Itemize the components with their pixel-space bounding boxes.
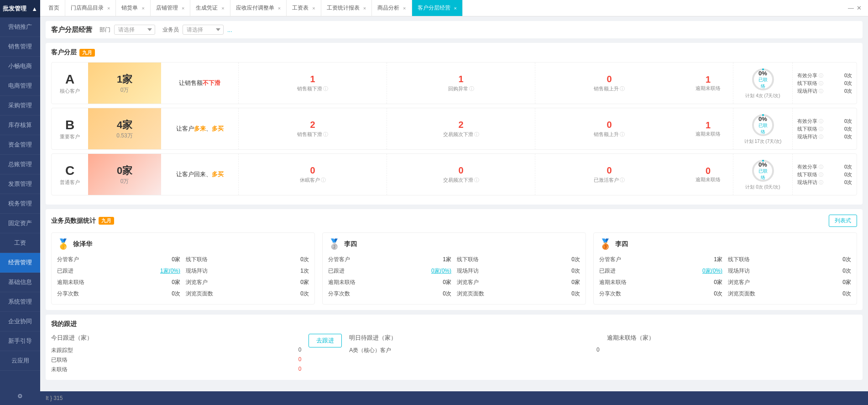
sidebar-footer-settings[interactable]: ⚙ xyxy=(0,387,40,405)
info-icon[interactable]: ⓘ xyxy=(620,85,625,92)
info-icon-sm[interactable]: ⓘ xyxy=(819,119,823,124)
staff-stat-label: 逾期未联络 xyxy=(599,279,627,286)
info-icon-sm[interactable]: ⓘ xyxy=(819,81,823,86)
sidebar-item-库存核算[interactable]: 库存核算 xyxy=(0,116,40,135)
info-icon[interactable]: ⓘ xyxy=(620,177,625,184)
info-icon-sm[interactable]: ⓘ xyxy=(819,134,823,139)
info-icon-sm[interactable]: ⓘ xyxy=(819,180,823,185)
info-icon[interactable]: ⓘ xyxy=(469,85,474,92)
overdue-col-title: 逾期未联络（家） xyxy=(607,334,857,342)
sidebar-item-经营管理[interactable]: 经营管理 xyxy=(0,253,40,273)
staff-stat-label: 分管客户 xyxy=(599,256,621,263)
biz-title: 业务员数据统计 九月 xyxy=(51,217,114,225)
tab-close-工资统计报表[interactable]: × xyxy=(363,5,366,11)
staff-stat-分享次数: 分享次数0次 xyxy=(599,289,722,299)
info-icon-sm[interactable]: ⓘ xyxy=(819,164,823,169)
staff-stat-val[interactable]: 1家(0%) xyxy=(160,267,180,275)
info-icon[interactable]: ⓘ xyxy=(323,131,328,138)
sidebar-item-资金管理[interactable]: 资金管理 xyxy=(0,135,40,155)
tab-close-客户分层经营[interactable]: × xyxy=(454,5,457,11)
tier-label-A: A核心客户 xyxy=(52,63,88,104)
dept-select[interactable]: 请选择 xyxy=(114,25,155,35)
sidebar-item-税务管理[interactable]: 税务管理 xyxy=(0,194,40,214)
sidebar-item-发票管理[interactable]: 发票管理 xyxy=(0,174,40,194)
info-icon[interactable]: ⓘ xyxy=(321,177,326,184)
window-minimize-icon[interactable]: — xyxy=(848,5,854,11)
tab-工资统计报表[interactable]: 工资统计报表× xyxy=(321,0,372,16)
info-icon[interactable]: ⓘ xyxy=(620,131,625,138)
tab-首页[interactable]: 首页 xyxy=(43,0,65,16)
tier-right-stats-B: 有效分享 ⓘ0次线下联络 ⓘ0次现场拜访 ⓘ0次 xyxy=(793,108,857,149)
tab-客户分层经营[interactable]: 客户分层经营× xyxy=(412,0,463,16)
tab-close-生成凭证[interactable]: × xyxy=(221,5,224,11)
tab-销货单[interactable]: 销货单× xyxy=(116,0,150,16)
staff-card-李四-2: 🥉李四分管客户1家线下联络0次已跟进0家(0%)现场拜访0次逾期未联络0家浏览客… xyxy=(593,232,857,305)
tab-生成凭证[interactable]: 生成凭证× xyxy=(190,0,230,16)
sidebar-item-工资[interactable]: 工资 xyxy=(0,233,40,253)
tab-close-工资表[interactable]: × xyxy=(312,5,315,11)
staff-card-李四-1: 🥈李四分管客户1家线下联络0次已跟进0家(0%)现场拜访0次逾期未联络0家浏览客… xyxy=(322,232,586,305)
sidebar-item-总账管理[interactable]: 总账管理 xyxy=(0,155,40,174)
tab-close-销货单[interactable]: × xyxy=(141,5,144,11)
staff-stat-val[interactable]: 0家(0%) xyxy=(431,267,451,275)
settings-icon: ⚙ xyxy=(17,393,23,400)
sidebar-item-系统管理[interactable]: 系统管理 xyxy=(0,292,40,312)
tab-bar-actions[interactable]: — ✕ xyxy=(844,5,865,11)
sidebar-item-销售管理[interactable]: 销售管理 xyxy=(0,37,40,57)
staff-stat-val[interactable]: 0家(0%) xyxy=(702,267,722,275)
window-close-icon[interactable]: ✕ xyxy=(857,5,862,11)
go-followup-btn[interactable]: 去跟进 xyxy=(309,334,342,347)
tomorrow-col-title: 明日待跟进（家） xyxy=(349,334,599,342)
tab-close-店铺管理[interactable]: × xyxy=(182,5,184,11)
info-icon[interactable]: ⓘ xyxy=(474,177,479,184)
sidebar-item-小畅电商[interactable]: 小畅电商 xyxy=(0,57,40,76)
tab-商品分析[interactable]: 商品分析× xyxy=(372,0,412,16)
info-icon-sm[interactable]: ⓘ xyxy=(819,73,823,78)
dept-filter: 部门 请选择 xyxy=(99,25,155,35)
staff-stat-分享次数: 分享次数0次 xyxy=(57,289,180,299)
tab-店铺管理[interactable]: 店铺管理× xyxy=(151,0,190,16)
staff-stat-val: 0次 xyxy=(300,256,309,263)
tier-name-B: 重要客户 xyxy=(60,133,80,140)
info-icon[interactable]: ⓘ xyxy=(474,131,479,138)
info-icon-sm[interactable]: ⓘ xyxy=(819,172,823,177)
right-stat-线下联络: 线下联络 ⓘ0次 xyxy=(797,126,852,132)
info-icon-sm[interactable]: ⓘ xyxy=(819,126,823,131)
sidebar-item-电商管理[interactable]: 电商管理 xyxy=(0,76,40,96)
sidebar-item-固定资产[interactable]: 固定资产 xyxy=(0,214,40,233)
overdue-label-B: 逾期未联络 xyxy=(695,131,721,137)
circle-plan-A: 计划 4次 (7天/次) xyxy=(745,93,780,99)
customer-month-badge: 九月 xyxy=(79,49,95,57)
sidebar-item-基础信息[interactable]: 基础信息 xyxy=(0,273,40,292)
info-icon[interactable]: ⓘ xyxy=(323,85,328,92)
sidebar-item-营销推广[interactable]: 营销推广 xyxy=(0,17,40,37)
staff-stat-label: 浏览页面数 xyxy=(457,290,484,298)
biz-header: 业务员数据统计 九月 列表式 xyxy=(51,215,857,227)
right-stat-val: 0次 xyxy=(844,163,852,170)
sidebar-item-云应用[interactable]: 云应用 xyxy=(0,351,40,371)
sidebar-header[interactable]: 批发管理 ▲ xyxy=(0,0,40,17)
staff-stats-grid-1: 分管客户1家线下联络0次已跟进0家(0%)现场拜访0次逾期未联络0家浏览客户0家… xyxy=(328,255,580,299)
tab-门店商品目录[interactable]: 门店商品目录× xyxy=(65,0,116,16)
info-icon-sm[interactable]: ⓘ xyxy=(819,89,823,94)
tab-close-门店商品目录[interactable]: × xyxy=(107,5,110,11)
tier-suggestion-A: 让销售额不下滑 xyxy=(161,63,239,104)
sidebar-item-采购管理[interactable]: 采购管理 xyxy=(0,96,40,116)
tab-close-商品分析[interactable]: × xyxy=(403,5,406,11)
sidebar-item-企业协同[interactable]: 企业协同 xyxy=(0,312,40,331)
tier-letter-B: B xyxy=(65,118,74,132)
tab-close-应收应付调整单[interactable]: × xyxy=(278,5,281,11)
staff-filter: 业务员 请选择 ... xyxy=(162,25,232,35)
sidebar-item-新手引导[interactable]: 新手引导 xyxy=(0,331,40,351)
tier-stats-B: 4家0.53万 xyxy=(88,108,161,149)
right-stat-label: 现场拜访 ⓘ xyxy=(797,133,823,140)
followup-row-val: 0 xyxy=(298,356,302,364)
more-filter-btn[interactable]: ... xyxy=(227,26,232,33)
circle-text-B: 0% 已联络 xyxy=(757,116,769,135)
tab-工资表[interactable]: 工资表× xyxy=(287,0,321,16)
staff-stat-分管客户: 分管客户1家 xyxy=(599,255,722,264)
staff-select[interactable]: 请选择 xyxy=(183,25,224,35)
tab-应收应付调整单[interactable]: 应收应付调整单× xyxy=(230,0,287,16)
staff-stat-val: 0家 xyxy=(571,279,580,286)
list-view-btn[interactable]: 列表式 xyxy=(829,215,857,227)
